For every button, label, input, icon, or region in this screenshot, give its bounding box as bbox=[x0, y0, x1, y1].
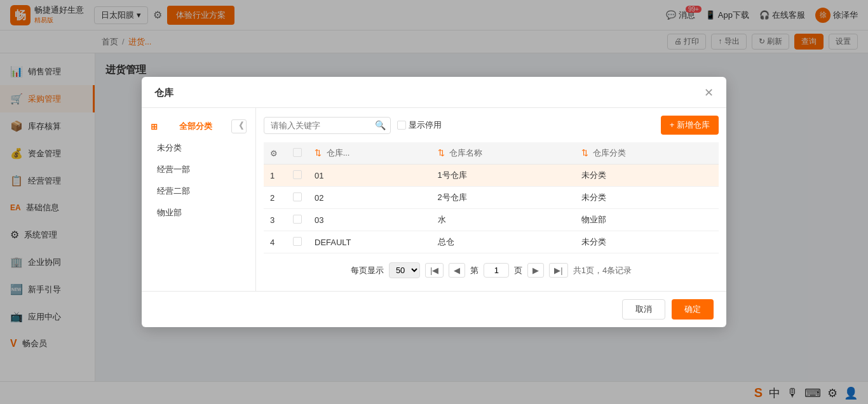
row-checkbox-2[interactable] bbox=[293, 192, 302, 201]
prev-page-button[interactable]: ◀ bbox=[449, 263, 465, 278]
select-all-checkbox[interactable] bbox=[293, 148, 302, 157]
modal-body: ⊞ 全部分类 《 未分类 经营一部 经营二部 物业部 🔍 bbox=[142, 108, 726, 291]
category-panel: ⊞ 全部分类 《 未分类 经营一部 经营二部 物业部 bbox=[142, 108, 256, 291]
row-category-4: 未分类 bbox=[575, 231, 719, 253]
warehouse-modal: 仓库 ✕ ⊞ 全部分类 《 未分类 经营一部 经营二部 物业部 bbox=[142, 77, 726, 327]
category-grid-icon: ⊞ bbox=[151, 122, 158, 131]
per-page-label: 每页显示 bbox=[351, 265, 384, 276]
row-num-3: 3 bbox=[264, 209, 287, 231]
th-code: ⇅ 仓库... bbox=[308, 142, 431, 165]
th-checkbox bbox=[287, 142, 308, 165]
page-input[interactable] bbox=[484, 263, 509, 278]
category-item-uncategorized[interactable]: 未分类 bbox=[142, 137, 255, 159]
th-settings[interactable]: ⚙ bbox=[264, 142, 287, 165]
row-code-2: 02 bbox=[308, 187, 431, 209]
table-scroll: ⚙ ⇅ 仓库... ⇅ bbox=[264, 142, 719, 253]
first-page-button[interactable]: |◀ bbox=[425, 263, 444, 278]
modal-close-button[interactable]: ✕ bbox=[704, 86, 714, 100]
next-page-button[interactable]: ▶ bbox=[527, 263, 544, 278]
table-row[interactable]: 1 01 1号仓库 未分类 bbox=[264, 165, 719, 187]
column-settings-icon[interactable]: ⚙ bbox=[270, 149, 278, 158]
warehouse-table: ⚙ ⇅ 仓库... ⇅ bbox=[264, 142, 719, 253]
table-row[interactable]: 4 DEFAULT 总仓 未分类 bbox=[264, 231, 719, 253]
total-info: 共1页，4条记录 bbox=[573, 265, 632, 276]
page-unit: 页 bbox=[514, 265, 522, 276]
row-category-1: 未分类 bbox=[575, 165, 719, 187]
row-name-2: 2号仓库 bbox=[431, 187, 575, 209]
row-code-3: 03 bbox=[308, 209, 431, 231]
row-num-2: 2 bbox=[264, 187, 287, 209]
th-name: ⇅ 仓库名称 bbox=[431, 142, 575, 165]
table-body: 1 01 1号仓库 未分类 2 02 2号仓库 bbox=[264, 165, 719, 253]
category-item-property[interactable]: 物业部 bbox=[142, 202, 255, 224]
show-disabled-checkbox-wrap[interactable]: 显示停用 bbox=[397, 119, 442, 131]
search-wrap: 🔍 bbox=[264, 117, 391, 134]
sort-code-icon: ⇅ bbox=[315, 148, 322, 158]
page-label: 第 bbox=[470, 265, 478, 276]
row-num-4: 4 bbox=[264, 231, 287, 253]
table-row[interactable]: 2 02 2号仓库 未分类 bbox=[264, 187, 719, 209]
modal-title: 仓库 bbox=[154, 87, 173, 99]
search-icon[interactable]: 🔍 bbox=[375, 120, 386, 130]
table-panel: 🔍 显示停用 + 新增仓库 ⚙ bbox=[256, 108, 726, 291]
th-category: ⇅ 仓库分类 bbox=[575, 142, 719, 165]
modal-overlay: 仓库 ✕ ⊞ 全部分类 《 未分类 经营一部 经营二部 物业部 bbox=[0, 0, 868, 404]
row-name-1: 1号仓库 bbox=[431, 165, 575, 187]
per-page-select[interactable]: 50 bbox=[389, 262, 420, 278]
row-code-1: 01 bbox=[308, 165, 431, 187]
category-item-business1[interactable]: 经营一部 bbox=[142, 159, 255, 180]
row-category-2: 未分类 bbox=[575, 187, 719, 209]
show-disabled-label: 显示停用 bbox=[409, 119, 442, 131]
row-checkbox-4[interactable] bbox=[293, 237, 302, 246]
cancel-button[interactable]: 取消 bbox=[622, 299, 665, 320]
confirm-button[interactable]: 确定 bbox=[672, 299, 714, 320]
pagination: 每页显示 50 |◀ ◀ 第 页 ▶ ▶| 共1页，4条记录 bbox=[264, 253, 719, 283]
sort-name-icon: ⇅ bbox=[438, 148, 445, 158]
row-checkbox-1[interactable] bbox=[293, 170, 302, 179]
category-item-business2[interactable]: 经营二部 bbox=[142, 180, 255, 202]
show-disabled-checkbox[interactable] bbox=[397, 121, 406, 130]
row-code-4: DEFAULT bbox=[308, 231, 431, 253]
category-collapse-button[interactable]: 《 bbox=[231, 119, 247, 133]
modal-footer: 取消 确定 bbox=[142, 291, 726, 327]
sort-cat-icon: ⇅ bbox=[581, 148, 588, 158]
category-all-header[interactable]: ⊞ 全部分类 《 bbox=[142, 116, 255, 137]
last-page-button[interactable]: ▶| bbox=[549, 263, 567, 278]
category-all-label: 全部分类 bbox=[179, 121, 212, 132]
table-toolbar: 🔍 显示停用 + 新增仓库 bbox=[264, 116, 719, 135]
table-row[interactable]: 3 03 水 物业部 bbox=[264, 209, 719, 231]
row-name-3: 水 bbox=[431, 209, 575, 231]
table-head: ⚙ ⇅ 仓库... ⇅ bbox=[264, 142, 719, 165]
search-input[interactable] bbox=[264, 117, 391, 134]
row-num-1: 1 bbox=[264, 165, 287, 187]
modal-header: 仓库 ✕ bbox=[142, 77, 726, 108]
add-warehouse-button[interactable]: + 新增仓库 bbox=[661, 116, 719, 135]
row-category-3: 物业部 bbox=[575, 209, 719, 231]
row-checkbox-3[interactable] bbox=[293, 215, 302, 224]
row-name-4: 总仓 bbox=[431, 231, 575, 253]
